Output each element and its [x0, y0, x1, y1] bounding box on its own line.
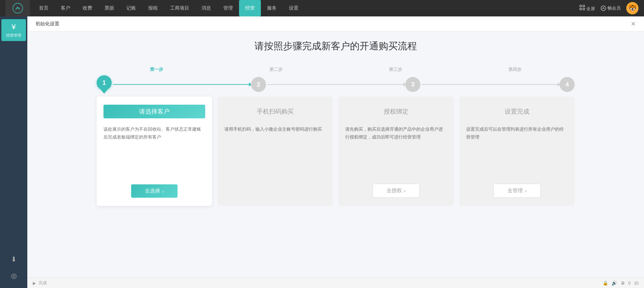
shield-icon: 🔒 [603, 280, 608, 286]
nav-item-service[interactable]: 服务 [261, 0, 283, 16]
avatar[interactable]: 🐯 [626, 2, 639, 14]
step-card-desc-2: 请用手机扫码，输入小微企业主账号密码进行购买 [224, 125, 326, 198]
page-body: 请按照步骤完成新客户的开通购买流程 第一步 第二步 第三步 第四步 1 [27, 31, 644, 278]
play-icon: ▶ [33, 281, 36, 286]
go-authorize-button[interactable]: 去授权 › [373, 184, 420, 198]
status-bar: ▶ 完成 🔒 🔊 🖥 0 10 [27, 278, 644, 288]
nav-items: 首页 客户 收费 票据 记账 报税 工商项目 消息 管理 经营 服务 设置 [33, 0, 579, 16]
download-icon[interactable]: ⬇ [7, 252, 20, 266]
connector-3 [422, 84, 558, 85]
step-label-1: 第一步 [97, 66, 216, 73]
go-select-button[interactable]: 去选择 › [131, 184, 178, 198]
svg-rect-1 [580, 5, 582, 7]
svg-point-0 [13, 3, 23, 13]
step-card-4: 设置完成 设置完成后可以在管理列表进行所有企业用户的经营管理 去管理 › [459, 96, 575, 206]
network-icon: 0 [628, 281, 631, 286]
step-labels-row: 第一步 第二步 第三步 第四步 [97, 66, 575, 73]
step-label-2: 第二步 [216, 66, 336, 73]
status-left: ▶ 完成 [33, 280, 47, 286]
yen-icon: ¥ [12, 23, 16, 31]
sidebar-bottom: ⬇ ◎ [0, 252, 27, 288]
nav-item-customer[interactable]: 客户 [55, 0, 76, 16]
clock-icon: 10 [634, 281, 639, 286]
svg-rect-4 [583, 8, 585, 10]
step-card-title-3: 授权绑定 [345, 105, 447, 118]
connector-1 [113, 84, 250, 85]
member-label: 畅会员 [607, 5, 621, 11]
status-icons: 🔒 🔊 🖥 0 10 [603, 280, 639, 286]
nav-item-fee[interactable]: 收费 [76, 0, 98, 16]
step-card-btn-1: 去选择 › [103, 184, 205, 198]
step-card-btn-3: 去授权 › [345, 184, 447, 198]
nav-item-manage[interactable]: 管理 [217, 0, 239, 16]
nav-right: 全屏 畅会员 🐯 [579, 2, 639, 14]
support-icon[interactable]: ◎ [7, 269, 20, 283]
nav-item-tax[interactable]: 报税 [142, 0, 164, 16]
nav-item-bill[interactable]: 票据 [98, 0, 120, 16]
member-btn[interactable]: 畅会员 [601, 5, 621, 11]
svg-rect-3 [580, 8, 582, 10]
step-card-desc-3: 请先购买，购买后选择开通的产品中的企业用户进行授权绑定，成功后即可进行经营管理 [345, 125, 447, 175]
main-content: 初始化设置 ✕ 请按照步骤完成新客户的开通购买流程 第一步 第二步 第三步 第四… [27, 16, 644, 288]
step-circle-1: 1 [97, 75, 112, 90]
page-main-title: 请按照步骤完成新客户的开通购买流程 [254, 40, 417, 53]
top-nav: 首页 客户 收费 票据 记账 报税 工商项目 消息 管理 经营 服务 设置 全屏… [0, 0, 644, 16]
step-circle-3: 3 [405, 77, 420, 92]
nav-item-home[interactable]: 首页 [33, 0, 55, 16]
go-manage-button[interactable]: 去管理 › [493, 184, 541, 198]
step-label-3: 第三步 [336, 66, 455, 73]
nav-logo [5, 0, 30, 16]
breadcrumb-title: 初始化设置 [36, 21, 59, 27]
step-card-3: 授权绑定 请先购买，购买后选择开通的产品中的企业用户进行授权绑定，成功后即可进行… [338, 96, 454, 206]
step-card-btn-4: 去管理 › [466, 184, 568, 198]
connector-2 [267, 84, 404, 85]
step-card-title-2: 手机扫码购买 [224, 105, 326, 118]
step-card-1: 请选择客户 该处展示的客户为不在回收站、客户状态正常建账后完成老板端绑定的所有客… [97, 96, 212, 206]
step-cards: 请选择客户 该处展示的客户为不在回收站、客户状态正常建账后完成老板端绑定的所有客… [97, 96, 575, 206]
status-label: 完成 [39, 280, 47, 286]
step-card-desc-1: 该处展示的客户为不在回收站、客户状态正常建账后完成老板端绑定的所有客户 [103, 125, 205, 176]
step-card-2: 手机扫码购买 请用手机扫码，输入小微企业主账号密码进行购买 [218, 96, 333, 206]
nav-item-message[interactable]: 消息 [195, 0, 217, 16]
fullscreen-label: 全屏 [586, 6, 595, 11]
step-card-title-4: 设置完成 [466, 105, 568, 118]
breadcrumb-bar: 初始化设置 ✕ [27, 16, 644, 31]
nav-item-account[interactable]: 记账 [120, 0, 142, 16]
sidebar-item-operation[interactable]: ¥ 经营管理 [1, 19, 26, 41]
step-label-4: 第四步 [455, 66, 575, 73]
status-right: 🔒 🔊 🖥 0 10 [603, 280, 639, 286]
sidebar-item-label: 经营管理 [6, 33, 21, 38]
volume-icon: 🔊 [612, 280, 617, 286]
step-card-title-1: 请选择客户 [103, 105, 205, 118]
nav-item-operation[interactable]: 经营 [239, 0, 261, 16]
step-circle-2: 2 [251, 77, 266, 92]
svg-rect-2 [583, 5, 585, 7]
screen-icon: 🖥 [620, 280, 625, 286]
steps-container: 第一步 第二步 第三步 第四步 1 [97, 66, 575, 206]
nav-item-business[interactable]: 工商项目 [164, 0, 195, 16]
layout: ¥ 经营管理 ⬇ ◎ 初始化设置 ✕ 请按照步骤完成新客户的开通购买流程 第一步… [0, 16, 644, 288]
step-card-desc-4: 设置完成后可以在管理列表进行所有企业用户的经营管理 [466, 125, 568, 175]
fullscreen-btn[interactable]: 全屏 [579, 5, 595, 12]
close-button[interactable]: ✕ [631, 20, 636, 28]
step-circle-4: 4 [560, 77, 575, 92]
sidebar: ¥ 经营管理 ⬇ ◎ [0, 16, 27, 288]
steps-line-row: 1 2 [97, 75, 575, 94]
nav-item-settings[interactable]: 设置 [283, 0, 305, 16]
svg-point-5 [601, 6, 606, 11]
